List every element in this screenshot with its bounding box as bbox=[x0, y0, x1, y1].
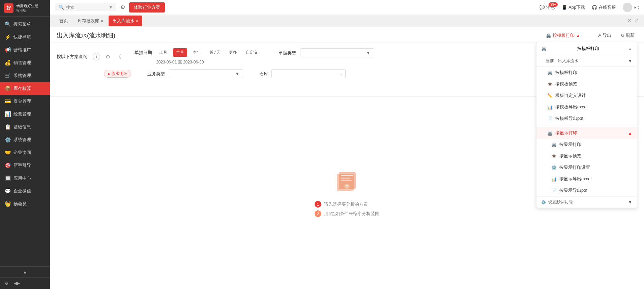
settings-gear-icon[interactable]: ⚙ bbox=[120, 4, 125, 10]
date-btn-last-month[interactable]: 上月 bbox=[156, 48, 170, 57]
dropdown-display-print-group[interactable]: 🖨️ 按显示打印 ▲ bbox=[536, 127, 637, 139]
dropdown-display-print-action[interactable]: 🖨️ 按显示打印 bbox=[536, 139, 637, 150]
solution-button[interactable]: 体验行业方案 bbox=[129, 2, 165, 12]
basic-info-icon: 📋 bbox=[5, 124, 11, 130]
doc-type-label: 单据类型 bbox=[279, 50, 297, 56]
filter-section-label: 按以下方案查询 bbox=[57, 54, 87, 60]
date-btn-this-month[interactable]: 本月 bbox=[173, 48, 187, 57]
display-print-collapse-icon[interactable]: ▲ bbox=[628, 131, 632, 136]
empty-step-2: 2 用[过滤]条件来缩小分析范围 bbox=[315, 210, 379, 217]
main-content: 🔍 ▼ ⚙ 体验行业方案 💬 消息 99+ 📱 App下载 🎧 在线客服 Rit bbox=[50, 0, 644, 289]
dropdown-display-print-settings[interactable]: ⚙️ 按显示打印设置 bbox=[536, 162, 637, 173]
sidebar-item-quick-nav[interactable]: ⚡ 快捷导航 bbox=[0, 31, 50, 44]
tab-batch-ledger-close[interactable]: × bbox=[101, 19, 103, 23]
empty-step-1: 1 请先选择要分析的方案 bbox=[315, 201, 379, 208]
filter-add-button[interactable]: + bbox=[93, 53, 100, 60]
tab-batch-ledger[interactable]: 库存批次账 × bbox=[74, 16, 107, 26]
doc-type-select[interactable]: ▼ bbox=[300, 48, 374, 57]
footer-arrow-icon: ▼ bbox=[628, 200, 632, 205]
dropdown-display-export-excel[interactable]: 📊 按显示导出excel bbox=[536, 173, 637, 185]
app-download-button[interactable]: 📱 App下载 bbox=[562, 4, 585, 10]
dropdown-template-print[interactable]: 🖨️ 按模板打印 bbox=[536, 67, 637, 78]
warehouse-filter: 仓库 ··· bbox=[259, 69, 346, 78]
sidebar-item-operations[interactable]: 📊 经营管理 bbox=[0, 108, 50, 121]
sidebar-item-inventory[interactable]: 📦 库存核算 bbox=[0, 82, 50, 95]
sidebar-item-marketing[interactable]: 📢 营销推广 bbox=[0, 44, 50, 56]
dropdown-display-preview[interactable]: 👁️ 按显示预览 bbox=[536, 150, 637, 162]
tab-maximize-icon[interactable]: ⤢ bbox=[634, 18, 639, 24]
filter-settings-icon[interactable]: ⚙ bbox=[106, 54, 110, 60]
message-button[interactable]: 💬 消息 99+ bbox=[539, 4, 555, 10]
warehouse-more-icon[interactable]: ··· bbox=[338, 71, 342, 76]
flow-tag-icon: ● bbox=[108, 72, 110, 76]
tab-close-all-icon[interactable]: ✕ bbox=[627, 18, 632, 24]
sidebar-item-sales[interactable]: 💰 销售管理 bbox=[0, 56, 50, 69]
online-service-button[interactable]: 🎧 在线客服 bbox=[592, 4, 616, 10]
dropdown-template-export-excel[interactable]: 📊 按模板导出excel bbox=[536, 101, 637, 113]
refresh-button[interactable]: ↻ 刷新 bbox=[618, 31, 637, 40]
tab-flow[interactable]: 出入库流水 × bbox=[109, 16, 142, 26]
template-excel-icon: 📊 bbox=[547, 104, 553, 110]
doc-type-filter: 单据类型 ▼ bbox=[279, 48, 374, 57]
system-icon: ⚙️ bbox=[5, 137, 11, 143]
more-options-icon[interactable]: ··· bbox=[587, 33, 591, 38]
date-btn-more[interactable]: 更多 bbox=[226, 48, 240, 57]
sidebar-collapse-btn[interactable]: ◀▶ bbox=[14, 281, 20, 286]
tab-flow-close[interactable]: × bbox=[136, 19, 138, 23]
dropdown-template-export-pdf[interactable]: 📄 按模板导出pdf bbox=[536, 113, 637, 124]
svg-rect-3 bbox=[341, 178, 350, 179]
sales-icon: 💰 bbox=[5, 60, 11, 66]
date-filter-buttons: 上月 本月 本年 近7天 更多 自定义 bbox=[156, 48, 261, 57]
dropdown-footer[interactable]: ⚙️ 设置默认功能 ▼ bbox=[536, 196, 637, 208]
sidebar-scroll-up[interactable]: ▲ bbox=[22, 268, 29, 276]
current-arrow-icon: ▼ bbox=[628, 59, 632, 63]
page-actions: 🖨️ 按模板打印 ▲ ··· ↗ 导出 ↻ 刷新 🖨️ 按模板 bbox=[543, 31, 637, 40]
sidebar-item-beginner[interactable]: 🎯 新手引导 bbox=[0, 159, 50, 172]
sidebar-item-finance[interactable]: 💳 资金管理 bbox=[0, 95, 50, 108]
export-button[interactable]: ↗ 导出 bbox=[595, 31, 614, 40]
biz-type-value bbox=[173, 71, 174, 76]
dropdown-template-preview[interactable]: 👁️ 按模板预览 bbox=[536, 78, 637, 90]
date-btn-this-year[interactable]: 本年 bbox=[190, 48, 204, 57]
sidebar-item-search[interactable]: 🔍 搜索菜单 bbox=[0, 18, 50, 31]
filter-collapse-icon[interactable]: 《 bbox=[116, 53, 121, 60]
sidebar-item-system[interactable]: ⚙️ 系统管理 bbox=[0, 133, 50, 146]
headset-icon: 🎧 bbox=[592, 5, 597, 10]
display-preview-icon: 👁️ bbox=[551, 153, 557, 159]
date-btn-custom[interactable]: 自定义 bbox=[243, 48, 261, 57]
empty-steps: 1 请先选择要分析的方案 2 用[过滤]条件来缩小分析范围 bbox=[315, 201, 379, 217]
dropdown-collapse-icon[interactable]: ▲ bbox=[628, 46, 632, 51]
export-icon: ↗ bbox=[597, 33, 601, 38]
date-btn-7days[interactable]: 近7天 bbox=[207, 48, 223, 57]
purchase-icon: 🛒 bbox=[5, 73, 11, 79]
dropdown-template-custom[interactable]: ✏️ 模板自定义设计 bbox=[536, 90, 637, 101]
flow-type-tag[interactable]: ● 流水明细 bbox=[104, 70, 131, 78]
sidebar-settings-btn[interactable]: ⚙ bbox=[5, 281, 8, 286]
search-dropdown-icon[interactable]: ▼ bbox=[109, 5, 113, 10]
user-profile[interactable]: Rit bbox=[623, 3, 639, 12]
user-name: Rit bbox=[634, 5, 639, 10]
sidebar-item-basic-info[interactable]: 📋 基础信息 bbox=[0, 121, 50, 133]
date-filter-row: 单据日期 上月 本月 本年 近7天 更多 自定义 bbox=[135, 48, 261, 57]
sidebar-item-member[interactable]: 👑 畅会员 bbox=[0, 198, 50, 210]
message-icon: 💬 bbox=[539, 5, 545, 10]
sidebar-item-enterprise-wechat[interactable]: 💬 企业微信 bbox=[0, 185, 50, 198]
dropdown-display-export-pdf[interactable]: 📄 按显示导出pdf bbox=[536, 185, 637, 196]
tab-home[interactable]: 首页 bbox=[55, 16, 72, 26]
topbar: 🔍 ▼ ⚙ 体验行业方案 💬 消息 99+ 📱 App下载 🎧 在线客服 Rit bbox=[50, 0, 644, 15]
print-template-button[interactable]: 🖨️ 按模板打印 ▲ bbox=[543, 31, 583, 40]
biz-type-select[interactable]: ▼ bbox=[169, 69, 243, 78]
search-box[interactable]: 🔍 ▼ bbox=[55, 3, 116, 11]
date-filter-group: 单据日期 上月 本月 本年 近7天 更多 自定义 2023-06-01 至 20… bbox=[135, 48, 261, 65]
sidebar-item-enterprise[interactable]: 🤝 企业协同 bbox=[0, 146, 50, 159]
phone-icon: 📱 bbox=[562, 5, 567, 10]
warehouse-select[interactable]: ··· bbox=[271, 69, 346, 78]
app-logo: 好 畅捷通好生意 标准版 bbox=[0, 0, 50, 17]
search-input[interactable] bbox=[66, 5, 107, 10]
sidebar-item-app-center[interactable]: 🔲 应用中心 bbox=[0, 172, 50, 185]
search-icon: 🔍 bbox=[59, 5, 64, 10]
app-name: 畅捷通好生意 bbox=[16, 3, 38, 8]
quick-nav-icon: ⚡ bbox=[5, 34, 11, 40]
sidebar-item-purchase[interactable]: 🛒 采购管理 bbox=[0, 69, 50, 82]
page-content: 出入库流水(流水明细) 🖨️ 按模板打印 ▲ ··· ↗ 导出 ↻ 刷新 bbox=[50, 27, 644, 289]
